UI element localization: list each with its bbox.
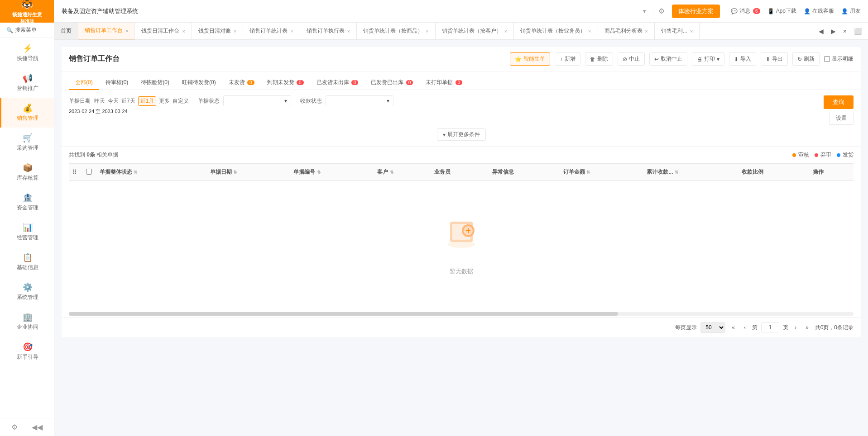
sidebar-item-inventory[interactable]: 📦 库存核算 xyxy=(0,157,54,187)
sidebar-item-guide[interactable]: 🎯 新手引导 xyxy=(0,336,54,366)
delete-button[interactable]: 🗑 删除 xyxy=(585,52,613,66)
sidebar-item-finance[interactable]: 🏦 资金管理 xyxy=(0,187,54,217)
page-size-select[interactable]: 10 20 50 100 xyxy=(700,322,725,333)
subtab-wangpu[interactable]: 旺铺待发货(0) xyxy=(176,76,222,90)
industry-solution-button[interactable]: 体验行业方案 xyxy=(672,5,720,18)
tab-prev-button[interactable]: ◀ xyxy=(816,27,826,36)
tab-cash-reconcile[interactable]: 钱货日清对账 × xyxy=(192,23,243,40)
first-page-button[interactable]: « xyxy=(729,323,738,332)
tab-sales-more[interactable]: 销售毛利... × xyxy=(655,23,700,40)
app-download-button[interactable]: 📱 App下载 xyxy=(767,7,796,15)
tab-close-icon[interactable]: × xyxy=(347,28,350,34)
payment-select[interactable]: ▾ xyxy=(326,95,393,106)
tab-close-icon[interactable]: × xyxy=(645,28,648,34)
not-printed-badge: 0 xyxy=(456,80,463,85)
sidebar-item-system[interactable]: ⚙️ 系统管理 xyxy=(0,277,54,307)
collapse-icon[interactable]: ◀◀ xyxy=(32,423,43,431)
cancel-stop-button[interactable]: ↩ 取消中止 xyxy=(649,52,687,66)
customer-col-header[interactable]: 客户 ⇅ xyxy=(374,164,431,181)
add-button[interactable]: + 新增 xyxy=(555,52,580,66)
page-number-input[interactable] xyxy=(761,322,779,332)
home-tab-label: 首页 xyxy=(61,27,72,35)
review-action-button[interactable]: 审核 xyxy=(792,151,809,159)
collected-col-header[interactable]: 累计收款... ⇅ xyxy=(643,164,738,181)
sidebar-item-marketing[interactable]: 📢 营销推广 xyxy=(0,68,54,98)
expand-filter-button[interactable]: ▾ 展开更多条件 xyxy=(437,128,486,141)
cancel-icon: ↩ xyxy=(654,56,659,62)
online-service-button[interactable]: 👤 在线客服 xyxy=(804,7,834,15)
sidebar-item-enterprise[interactable]: 🏢 企业协同 xyxy=(0,307,54,336)
prev-page-button[interactable]: ‹ xyxy=(741,323,748,332)
tab-close-icon[interactable]: × xyxy=(125,28,128,33)
trash-icon: 🗑 xyxy=(590,56,595,62)
status-col-header[interactable]: 单据整体状态 ⇅ xyxy=(96,164,206,181)
date-1month[interactable]: 近1月 xyxy=(138,96,157,106)
date-today[interactable]: 今天 xyxy=(108,97,119,105)
date-more[interactable]: 更多 xyxy=(159,97,170,105)
status-select[interactable]: ▾ xyxy=(223,95,291,106)
tab-close-icon[interactable]: × xyxy=(426,28,428,34)
set-button[interactable]: 设置 xyxy=(829,112,854,125)
import-button[interactable]: ⬇ 导入 xyxy=(729,52,756,66)
subtab-shipped-out[interactable]: 已发货已出库 0 xyxy=(364,76,419,90)
smart-create-button[interactable]: ⭐ 智能生单 xyxy=(510,52,550,66)
sidebar-item-quick-nav[interactable]: ⚡ 快捷导航 xyxy=(0,38,54,68)
tab-sales-by-product[interactable]: 销货单统计表（按商品） × xyxy=(357,23,435,40)
date-7days[interactable]: 近7天 xyxy=(121,97,135,105)
print-button[interactable]: 🖨 打印 ▾ xyxy=(692,52,724,66)
tab-sales-exec[interactable]: 销售订单执行表 × xyxy=(300,23,357,40)
ship-action-button[interactable]: 发货 xyxy=(837,151,854,159)
purchase-icon: 🛒 xyxy=(23,133,33,143)
sidebar-item-purchase[interactable]: 🛒 采购管理 xyxy=(0,128,54,157)
select-all-checkbox[interactable] xyxy=(86,169,92,175)
tab-close-icon[interactable]: × xyxy=(690,28,693,34)
settings-icon[interactable]: ⚙ xyxy=(11,423,18,431)
user-menu-button[interactable]: 👤 用友 xyxy=(841,7,861,15)
sidebar-search[interactable]: 🔍 搜索菜单 xyxy=(0,23,54,38)
subtab-pending-inspect[interactable]: 待拣验货(0) xyxy=(134,76,176,90)
refresh-button[interactable]: ↻ 刷新 xyxy=(792,52,820,66)
message-button[interactable]: 💬 消息 6 xyxy=(731,7,760,15)
tab-close-all-button[interactable]: × xyxy=(840,27,849,36)
settings-gear-icon[interactable]: ⚙ xyxy=(658,7,665,15)
next-page-button[interactable]: › xyxy=(792,323,799,332)
tab-home[interactable]: 首页 xyxy=(54,23,78,40)
tab-sales-order[interactable]: 销售订单工作台 × xyxy=(78,23,135,40)
cancel-review-action-button[interactable]: 弃审 xyxy=(815,151,831,159)
last-page-button[interactable]: » xyxy=(803,323,811,332)
tab-close-icon[interactable]: × xyxy=(234,28,236,34)
sidebar-item-sales[interactable]: 💰 销售管理 xyxy=(0,98,54,128)
stop-button[interactable]: ⊘ 中止 xyxy=(618,52,645,66)
check-col-header[interactable] xyxy=(82,164,96,181)
export-button[interactable]: ⬆ 导出 xyxy=(761,52,788,66)
subtab-expired[interactable]: 到期未发货 0 xyxy=(261,76,310,90)
sidebar-item-operation[interactable]: 📊 经营管理 xyxy=(0,217,54,247)
tab-close-icon[interactable]: × xyxy=(290,28,293,34)
subtab-not-printed[interactable]: 未打印单据 0 xyxy=(419,76,469,90)
tab-close-icon[interactable]: × xyxy=(182,28,185,34)
tab-sales-stats[interactable]: 销售订单统计表 × xyxy=(243,23,300,40)
subtab-not-shipped[interactable]: 未发货 0 xyxy=(222,76,261,90)
show-detail-input[interactable] xyxy=(824,56,830,62)
subtab-all[interactable]: 全部(0) xyxy=(69,76,99,90)
number-col-header[interactable]: 单据编号 ⇅ xyxy=(290,164,374,181)
query-button[interactable]: 查询 xyxy=(824,95,854,109)
subtab-shipped-not-out[interactable]: 已发货未出库 0 xyxy=(310,76,365,90)
tab-cash-daily[interactable]: 钱货日清工作台 × xyxy=(135,23,192,40)
tab-expand-button[interactable]: ⬜ xyxy=(851,27,864,36)
horizontal-scrollbar[interactable] xyxy=(62,310,861,317)
system-dropdown-icon[interactable]: ▾ xyxy=(643,8,646,14)
tab-gross-profit[interactable]: 商品毛利分析表 × xyxy=(598,23,655,40)
date-yesterday[interactable]: 昨天 xyxy=(94,97,105,105)
tab-sales-by-customer[interactable]: 销货单统计表（按客户） × xyxy=(436,23,514,40)
date-custom[interactable]: 自定义 xyxy=(173,97,189,105)
tab-close-icon[interactable]: × xyxy=(504,28,507,34)
date-col-header[interactable]: 单据日期 ⇅ xyxy=(206,164,290,181)
tab-next-button[interactable]: ▶ xyxy=(828,27,839,36)
amount-col-header[interactable]: 订单金额 ⇅ xyxy=(560,164,643,181)
subtab-pending-review[interactable]: 待审核(0) xyxy=(99,76,135,90)
tab-sales-by-staff[interactable]: 销货单统计表（按业务员） × xyxy=(514,23,598,40)
tab-close-icon[interactable]: × xyxy=(588,28,591,34)
sidebar-item-base[interactable]: 📋 基础信息 xyxy=(0,247,54,277)
show-detail-checkbox[interactable]: 显示明细 xyxy=(824,55,854,63)
